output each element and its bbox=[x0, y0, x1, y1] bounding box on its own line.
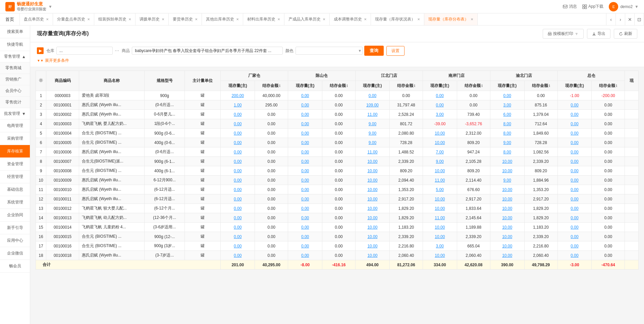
row-yubeimen-stock[interactable]: 10.00 bbox=[490, 194, 524, 204]
tab-inventory-multi[interactable]: 分量盘点单历史 ✕ bbox=[53, 13, 94, 25]
row-factory-stock[interactable]: 0.00 bbox=[221, 232, 255, 241]
row-chenshan-stock[interactable]: 0.00 bbox=[288, 147, 322, 157]
sidebar-sub-marketing[interactable]: 营销推广 bbox=[0, 74, 30, 85]
row-yubeimen-stock[interactable]: 10.00 bbox=[490, 185, 524, 194]
info-icon[interactable]: ℹ bbox=[549, 84, 550, 88]
row-factory-stock[interactable]: 0.00 bbox=[221, 251, 255, 260]
row-yubeimen-stock[interactable]: 9.00 bbox=[490, 138, 524, 147]
sidebar-item-operations[interactable]: 经营管理 bbox=[0, 171, 30, 183]
row-yubeimen-stock[interactable]: 6.00 bbox=[490, 110, 524, 119]
row-jiangbei-stock[interactable]: 10.00 bbox=[356, 176, 390, 185]
sidebar-item-members[interactable]: 畅会员 bbox=[0, 260, 30, 273]
tab-close[interactable]: ✕ bbox=[323, 17, 325, 21]
row-yubeimen-stock[interactable]: 10.00 bbox=[490, 241, 524, 251]
row-chenshan-stock[interactable]: 0.00 bbox=[288, 166, 322, 176]
row-factory-stock[interactable]: 0.00 bbox=[221, 185, 255, 194]
row-chenshan-stock[interactable]: 0.00 bbox=[288, 119, 322, 129]
tab-inventory-status[interactable]: 现存量（库存状况表） ✕ bbox=[371, 13, 424, 25]
settings-btn[interactable]: 设置 bbox=[386, 46, 405, 56]
row-total-stock[interactable]: 0.00 bbox=[557, 185, 592, 194]
row-chenshan-stock[interactable]: 0.00 bbox=[288, 157, 322, 166]
row-factory-stock[interactable]: 0.00 bbox=[221, 223, 255, 232]
tab-close[interactable]: ✕ bbox=[471, 17, 473, 21]
tab-close[interactable]: ✕ bbox=[277, 17, 280, 21]
row-yubeimen-stock[interactable]: 10.00 bbox=[490, 223, 524, 232]
row-chenshan-stock[interactable]: 0.00 bbox=[288, 194, 322, 204]
row-jiangbei-stock[interactable]: 109.00 bbox=[356, 100, 390, 110]
row-total-stock[interactable]: 0.00 bbox=[557, 157, 592, 166]
row-chenshan-stock[interactable]: 0.00 bbox=[288, 100, 322, 110]
row-total-stock[interactable]: -1.00 bbox=[557, 91, 592, 100]
sidebar-item-basic[interactable]: 基础信息 bbox=[0, 183, 30, 196]
row-total-stock[interactable]: 0.00 bbox=[557, 232, 592, 241]
row-factory-stock[interactable]: 0.00 bbox=[221, 129, 255, 138]
dropdown-icon[interactable]: ▼ bbox=[48, 4, 52, 9]
info-icon[interactable]: ℹ bbox=[346, 84, 348, 88]
row-chenshan-stock[interactable]: 0.00 bbox=[288, 176, 322, 185]
info-icon[interactable]: ℹ bbox=[616, 84, 617, 88]
row-nanan-stock[interactable]: 3.00 bbox=[423, 110, 457, 119]
color-dropdown-icon[interactable]: ▼ bbox=[358, 49, 362, 53]
row-chenshan-stock[interactable]: 0.00 bbox=[288, 241, 322, 251]
row-chenshan-stock[interactable]: 0.00 bbox=[288, 213, 322, 223]
tab-close[interactable]: ✕ bbox=[46, 17, 49, 21]
row-chenshan-stock[interactable]: 0.00 bbox=[288, 232, 322, 241]
warehouse-input[interactable] bbox=[56, 47, 113, 55]
row-nanan-stock[interactable]: 9.00 bbox=[423, 157, 457, 166]
row-nanan-stock[interactable]: 10.00 bbox=[423, 138, 457, 147]
tab-close[interactable]: ✕ bbox=[87, 17, 90, 21]
row-jiangbei-stock[interactable]: 10.00 bbox=[356, 185, 390, 194]
row-nanan-stock[interactable]: 10.00 bbox=[423, 251, 457, 260]
query-btn[interactable]: 查询 bbox=[364, 46, 384, 56]
row-yubeimen-stock[interactable]: 8.00 bbox=[490, 129, 524, 138]
sidebar-item-purchase[interactable]: 采购管理 bbox=[0, 132, 30, 145]
tab-close[interactable]: ✕ bbox=[364, 17, 367, 21]
row-jiangbei-stock[interactable]: 10.00 bbox=[356, 251, 390, 260]
row-factory-stock[interactable]: 0.00 bbox=[221, 194, 255, 204]
row-jiangbei-stock[interactable]: 10.00 bbox=[356, 157, 390, 166]
row-total-stock[interactable]: 0.00 bbox=[557, 204, 592, 213]
sidebar-item-wholesale[interactable]: 批发管理 ▼ bbox=[0, 108, 30, 120]
row-chenshan-stock[interactable]: 0.00 bbox=[288, 185, 322, 194]
row-factory-stock[interactable]: 0.00 bbox=[221, 213, 255, 223]
user-area[interactable]: E demo2 ▼ bbox=[609, 2, 639, 11]
row-factory-stock[interactable]: 0.00 bbox=[221, 147, 255, 157]
row-jiangbei-stock[interactable]: 10.00 bbox=[356, 166, 390, 176]
row-factory-stock[interactable]: 0.00 bbox=[221, 119, 255, 129]
row-nanan-stock[interactable]: 7.00 bbox=[423, 147, 457, 157]
row-nanan-stock[interactable]: 3.00 bbox=[423, 241, 457, 251]
filter-collapse-btn[interactable]: ▶ bbox=[37, 47, 44, 54]
row-factory-stock[interactable]: 0.00 bbox=[221, 241, 255, 251]
row-chenshan-stock[interactable]: 0.00 bbox=[288, 204, 322, 213]
row-chenshan-stock[interactable]: 0.00 bbox=[288, 91, 322, 100]
row-factory-stock[interactable]: 200.00 bbox=[221, 91, 255, 100]
sidebar-sub-retail-shop[interactable]: 零售商城 bbox=[0, 62, 30, 74]
color-input[interactable] bbox=[296, 47, 363, 55]
row-total-stock[interactable]: 0.00 bbox=[557, 129, 592, 138]
row-yubeimen-stock[interactable]: 9.00 bbox=[490, 176, 524, 185]
tab-inventory-dist[interactable]: 现存量（库存分布表） ✕ bbox=[424, 13, 478, 25]
row-total-stock[interactable]: 0.00 bbox=[557, 241, 592, 251]
tab-expand-btn[interactable]: ⊡ bbox=[635, 13, 644, 26]
row-yubeimen-stock[interactable]: 10.00 bbox=[490, 157, 524, 166]
row-jiangbei-stock[interactable]: 9.00 bbox=[356, 129, 390, 138]
row-yubeimen-stock[interactable]: 10.00 bbox=[490, 251, 524, 260]
tab-close[interactable]: ✕ bbox=[162, 17, 164, 21]
tab-assemble[interactable]: 组装拆卸单历史 ✕ bbox=[94, 13, 136, 25]
row-total-stock[interactable]: 0.00 bbox=[557, 100, 592, 110]
row-jiangbei-stock[interactable]: 10.00 bbox=[356, 204, 390, 213]
info-icon[interactable]: ℹ bbox=[414, 84, 415, 88]
row-yubeimen-stock[interactable]: 10.00 bbox=[490, 232, 524, 241]
row-factory-stock[interactable]: 0.00 bbox=[221, 204, 255, 213]
row-total-stock[interactable]: 0.00 bbox=[557, 194, 592, 204]
row-factory-stock[interactable]: 0.00 bbox=[221, 138, 255, 147]
row-jiangbei-stock[interactable]: 10.00 bbox=[356, 223, 390, 232]
tab-next-btn[interactable]: › bbox=[616, 13, 625, 26]
user-dropdown-icon[interactable]: ▼ bbox=[635, 4, 639, 9]
row-nanan-stock[interactable]: 10.00 bbox=[423, 232, 457, 241]
row-total-stock[interactable]: 0.00 bbox=[557, 166, 592, 176]
row-factory-stock[interactable]: 0.00 bbox=[221, 110, 255, 119]
sidebar-item-quicknav[interactable]: 快捷导航 bbox=[0, 38, 30, 51]
app-download-btn[interactable]: App下载 bbox=[582, 4, 603, 9]
info-icon[interactable]: ℹ bbox=[279, 84, 280, 88]
